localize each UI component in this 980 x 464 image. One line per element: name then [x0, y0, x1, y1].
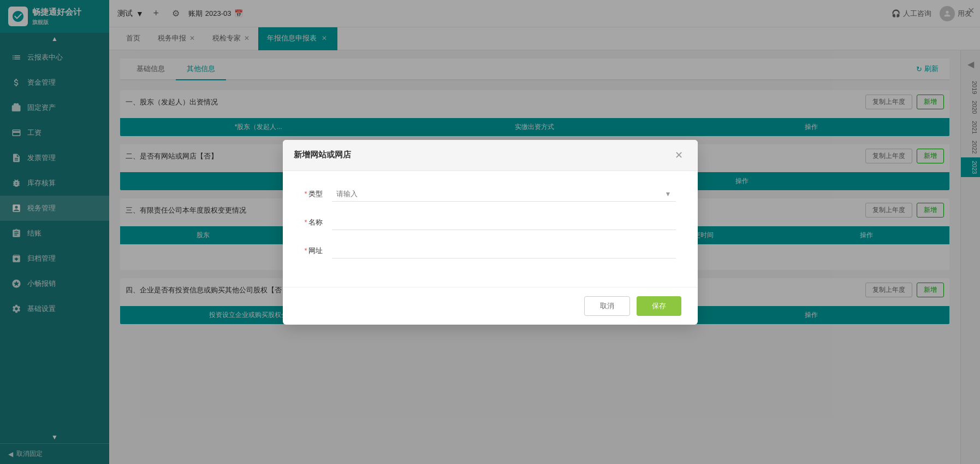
modal-add-website: 新增网站或网店 ✕ *类型 ▼ *名称	[283, 140, 698, 325]
url-required-star: *	[305, 246, 307, 255]
modal-header: 新增网站或网店 ✕	[283, 140, 698, 171]
name-input-wrap	[332, 215, 676, 230]
type-input-wrap: ▼	[332, 186, 676, 202]
url-input[interactable]	[332, 243, 676, 259]
name-input[interactable]	[332, 215, 676, 230]
url-label: *网址	[305, 246, 332, 256]
type-label: *类型	[305, 189, 332, 199]
form-field-url: *网址	[305, 243, 676, 259]
modal-title: 新增网站或网店	[294, 150, 351, 160]
form-field-name: *名称	[305, 215, 676, 230]
modal-body: *类型 ▼ *名称 *网址	[283, 171, 698, 287]
cancel-button[interactable]: 取消	[584, 296, 630, 316]
type-input[interactable]	[332, 186, 676, 202]
name-required-star: *	[305, 218, 307, 226]
name-label: *名称	[305, 218, 332, 227]
form-field-type: *类型 ▼	[305, 186, 676, 202]
type-required-star: *	[305, 190, 307, 198]
url-input-wrap	[332, 243, 676, 259]
modal-close-btn[interactable]: ✕	[672, 148, 687, 163]
save-button[interactable]: 保存	[637, 296, 681, 316]
modal-footer: 取消 保存	[283, 287, 698, 325]
modal-overlay[interactable]: 新增网站或网店 ✕ *类型 ▼ *名称	[0, 0, 980, 464]
